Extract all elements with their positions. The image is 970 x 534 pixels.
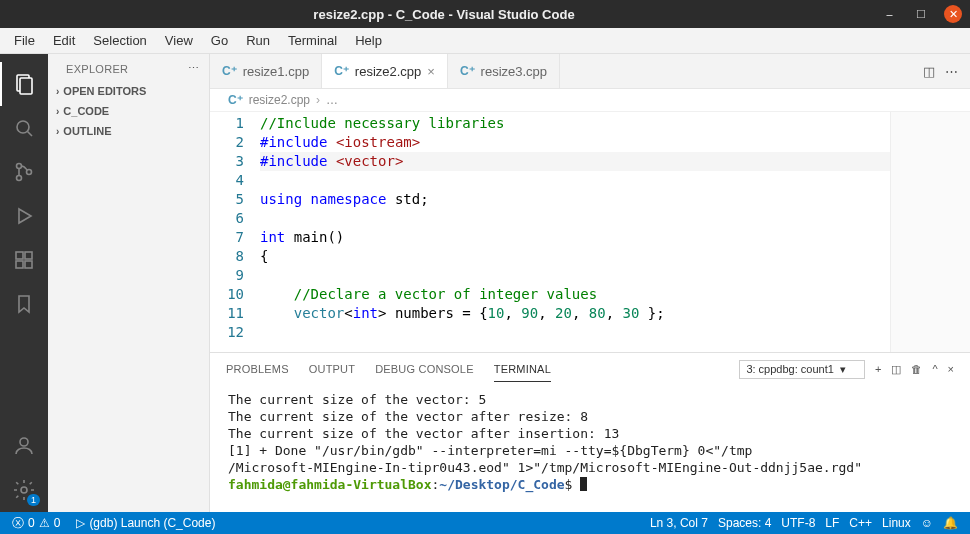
minimize-button[interactable]: ‒ — [880, 5, 898, 23]
close-icon[interactable]: × — [427, 64, 435, 79]
svg-rect-10 — [16, 261, 23, 268]
code-editor[interactable]: 123456789101112 //Include necessary libr… — [210, 112, 970, 352]
extensions-icon[interactable] — [0, 238, 48, 282]
error-icon: ⓧ — [12, 515, 24, 532]
terminal-selector[interactable]: 3: cppdbg: count1 ▾ — [739, 360, 865, 379]
breadcrumb[interactable]: C⁺ resize2.cpp › … — [210, 89, 970, 112]
line-gutter: 123456789101112 — [210, 112, 260, 352]
editor-tabs: C⁺resize1.cppC⁺resize2.cpp×C⁺resize3.cpp… — [210, 54, 970, 89]
cpp-file-icon: C⁺ — [460, 64, 475, 78]
window-titlebar: resize2.cpp - C_Code - Visual Studio Cod… — [0, 0, 970, 28]
chevron-right-icon: › — [56, 106, 59, 117]
menu-file[interactable]: File — [6, 30, 43, 51]
minimap[interactable] — [890, 112, 970, 352]
breadcrumb-file: resize2.cpp — [249, 93, 310, 107]
source-control-icon[interactable] — [0, 150, 48, 194]
menu-go[interactable]: Go — [203, 30, 236, 51]
status-item[interactable]: LF — [821, 516, 843, 530]
editor-tab[interactable]: C⁺resize2.cpp× — [322, 54, 448, 88]
chevron-right-icon: › — [316, 93, 320, 107]
panel-tab-terminal[interactable]: TERMINAL — [494, 357, 551, 382]
svg-rect-9 — [25, 252, 32, 259]
debug-icon: ▷ — [76, 516, 85, 530]
chevron-up-icon[interactable]: ^ — [932, 363, 937, 375]
svg-point-12 — [20, 438, 28, 446]
panel-tab-debug-console[interactable]: DEBUG CONSOLE — [375, 357, 474, 381]
panel-tab-output[interactable]: OUTPUT — [309, 357, 355, 381]
accounts-icon[interactable] — [0, 424, 48, 468]
sidebar-section-outline[interactable]: ›OUTLINE — [48, 121, 209, 141]
menu-help[interactable]: Help — [347, 30, 390, 51]
menu-view[interactable]: View — [157, 30, 201, 51]
cpp-file-icon: C⁺ — [228, 93, 243, 107]
panel-tab-problems[interactable]: PROBLEMS — [226, 357, 289, 381]
chevron-right-icon: › — [56, 86, 59, 97]
svg-point-6 — [27, 170, 32, 175]
menu-terminal[interactable]: Terminal — [280, 30, 345, 51]
status-errors[interactable]: ⓧ0 ⚠0 — [8, 515, 64, 532]
sidebar-explorer: EXPLORER ⋯ ›OPEN EDITORS›C_CODE›OUTLINE — [48, 54, 210, 512]
warning-icon: ⚠ — [39, 516, 50, 530]
sidebar-section-open-editors[interactable]: ›OPEN EDITORS — [48, 81, 209, 101]
statusbar: ⓧ0 ⚠0 ▷ (gdb) Launch (C_Code) Ln 3, Col … — [0, 512, 970, 534]
split-editor-icon[interactable]: ◫ — [923, 64, 935, 79]
close-button[interactable]: ✕ — [944, 5, 962, 23]
explorer-icon[interactable] — [0, 62, 48, 106]
settings-icon[interactable]: 1 — [0, 468, 48, 512]
status-item[interactable]: Spaces: 4 — [714, 516, 775, 530]
menu-run[interactable]: Run — [238, 30, 278, 51]
feedback-icon[interactable]: ☺ — [917, 516, 937, 530]
activity-bar: 1 — [0, 54, 48, 512]
more-icon[interactable]: ⋯ — [945, 64, 958, 79]
status-item[interactable]: UTF-8 — [777, 516, 819, 530]
status-item[interactable]: C++ — [845, 516, 876, 530]
chevron-right-icon: › — [56, 126, 59, 137]
svg-point-4 — [17, 164, 22, 169]
menu-edit[interactable]: Edit — [45, 30, 83, 51]
status-debug-target[interactable]: ▷ (gdb) Launch (C_Code) — [72, 516, 219, 530]
svg-marker-7 — [19, 209, 31, 223]
svg-rect-1 — [20, 78, 32, 94]
status-item[interactable]: Ln 3, Col 7 — [646, 516, 712, 530]
settings-badge: 1 — [27, 494, 40, 506]
bottom-panel: PROBLEMSOUTPUTDEBUG CONSOLETERMINAL3: cp… — [210, 352, 970, 512]
editor-tab[interactable]: C⁺resize1.cpp — [210, 54, 322, 88]
terminal[interactable]: The current size of the vector: 5The cur… — [210, 385, 970, 512]
status-item[interactable]: Linux — [878, 516, 915, 530]
svg-line-3 — [28, 132, 33, 137]
close-panel-icon[interactable]: × — [948, 363, 954, 375]
sidebar-title: EXPLORER — [66, 63, 188, 75]
sidebar-section-c_code[interactable]: ›C_CODE — [48, 101, 209, 121]
breadcrumb-more: … — [326, 93, 338, 107]
split-terminal-icon[interactable]: ◫ — [891, 363, 901, 376]
kill-terminal-icon[interactable]: 🗑 — [911, 363, 922, 375]
search-icon[interactable] — [0, 106, 48, 150]
svg-rect-11 — [25, 261, 32, 268]
cpp-file-icon: C⁺ — [334, 64, 349, 78]
window-controls: ‒ ☐ ✕ — [880, 5, 962, 23]
cpp-file-icon: C⁺ — [222, 64, 237, 78]
svg-point-2 — [17, 121, 29, 133]
svg-point-13 — [21, 487, 27, 493]
run-debug-icon[interactable] — [0, 194, 48, 238]
new-terminal-icon[interactable]: + — [875, 363, 881, 375]
svg-rect-8 — [16, 252, 23, 259]
code-content[interactable]: //Include necessary libraries#include <i… — [260, 112, 890, 352]
menu-selection[interactable]: Selection — [85, 30, 154, 51]
window-title: resize2.cpp - C_Code - Visual Studio Cod… — [8, 7, 880, 22]
menubar: FileEditSelectionViewGoRunTerminalHelp — [0, 28, 970, 54]
bookmark-icon[interactable] — [0, 282, 48, 326]
panel-tabs: PROBLEMSOUTPUTDEBUG CONSOLETERMINAL3: cp… — [210, 353, 970, 385]
editor-tab[interactable]: C⁺resize3.cpp — [448, 54, 560, 88]
svg-point-5 — [17, 176, 22, 181]
sidebar-more-icon[interactable]: ⋯ — [188, 62, 199, 75]
bell-icon[interactable]: 🔔 — [939, 516, 962, 530]
maximize-button[interactable]: ☐ — [912, 5, 930, 23]
